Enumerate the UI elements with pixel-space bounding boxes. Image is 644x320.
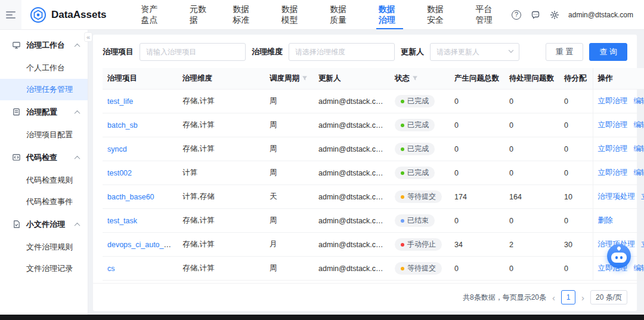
nav-item-2[interactable]: 数据标准 [219, 0, 268, 29]
updater-placeholder: 请选择更新人 [436, 47, 479, 57]
unassigned-cell: 0 [559, 90, 593, 113]
action-link[interactable]: 编辑 [634, 144, 644, 153]
action-link[interactable]: 编辑 [634, 264, 644, 272]
unassigned-cell: 0 [559, 137, 593, 161]
table-row: batch_sb存储,计算周admin@dtstack.com已完成000立即治… [103, 113, 644, 137]
sidebar-group-label: 治理工作台 [26, 40, 65, 51]
app-window: DataAssets 资产盘点元数据数据标准数据模型数据质量数据治理数据安全平台… [0, 0, 644, 320]
status-badge: 已完成 [395, 167, 435, 179]
total-issues-cell: 0 [450, 137, 504, 161]
project-link[interactable]: bacth_base60 [107, 193, 154, 201]
cycle-cell: 周 [265, 209, 314, 233]
updater-filter-label: 更新人 [401, 47, 424, 57]
sidebar-group-label: 代码检查 [26, 152, 57, 163]
action-link[interactable]: 立即治理 [598, 121, 628, 129]
sidebar-group[interactable]: 治理配置 [0, 100, 88, 124]
nav-item-3[interactable]: 数据模型 [268, 0, 317, 29]
total-issues-cell: 0 [450, 257, 504, 281]
updater-cell: admin@dtstack.com [314, 233, 390, 257]
main-content: 治理项目 治理维度 请选择治理维度 更新人 请选择更新人 重 置 查 询 [88, 30, 644, 315]
status-badge: 已完成 [395, 95, 435, 107]
column-header: 更新人 [314, 68, 390, 90]
sidebar-group[interactable]: 代码检查 [0, 146, 88, 170]
brand-logo-icon [30, 7, 47, 23]
sidebar-item[interactable]: 个人工作台 [0, 57, 88, 79]
project-link[interactable]: syncd [107, 145, 127, 153]
action-link[interactable]: 删除 [598, 216, 613, 224]
unassigned-cell: 0 [559, 209, 593, 233]
filter-bar: 治理项目 治理维度 请选择治理维度 更新人 请选择更新人 重 置 查 询 [93, 35, 637, 68]
prev-page-button[interactable]: ‹ [552, 293, 555, 302]
table-row: cs存储,计算周admin@dtstack.com等待提交000立即治理编辑删除 [103, 257, 644, 281]
table-container: 治理项目治理维度调度周期更新人状态产生问题总数待处理问题数待分配操作 test_… [93, 68, 637, 283]
user-email[interactable]: admin@dtstack.com [568, 11, 633, 19]
dimension-filter-select[interactable]: 请选择治理维度 [289, 43, 395, 61]
sidebar-group[interactable]: 小文件治理 [0, 213, 88, 236]
nav-item-1[interactable]: 元数据 [177, 0, 219, 29]
project-link[interactable]: test_life [107, 97, 133, 106]
updater-cell: admin@dtstack.com [314, 185, 390, 209]
project-link[interactable]: devops_ci_auto_test [107, 241, 176, 249]
project-link[interactable]: test_task [107, 217, 137, 225]
column-header[interactable]: 调度周期 [265, 68, 314, 90]
updater-filter-select[interactable]: 请选择更新人 [430, 43, 519, 61]
assistant-robot-icon [607, 244, 631, 268]
chevron-up-icon [75, 155, 80, 161]
search-button[interactable]: 查 询 [589, 43, 627, 61]
page-number-button[interactable]: 1 [561, 290, 575, 304]
chevron-up-icon [75, 110, 80, 116]
unassigned-cell: 0 [559, 257, 593, 281]
action-link[interactable]: 立即治理 [598, 97, 628, 105]
dimension-cell: 存储,计算 [178, 209, 265, 233]
page-size-select[interactable]: 20 条/页 [590, 290, 627, 304]
filter-funnel-icon[interactable] [412, 75, 418, 81]
next-page-button[interactable]: › [581, 293, 584, 302]
pagination-summary: 共8条数据，每页显示20条 [463, 293, 546, 303]
action-link[interactable]: 立即治理 [598, 168, 628, 177]
pending-issues-cell: 164 [504, 185, 559, 209]
sidebar-item[interactable]: 治理任务管理 [0, 79, 88, 100]
help-icon[interactable]: ? [511, 10, 522, 20]
sidebar-group[interactable]: 治理工作台 [0, 33, 88, 57]
project-link[interactable]: batch_sb [107, 121, 138, 130]
filter-funnel-icon[interactable] [302, 75, 308, 81]
gear-icon[interactable] [549, 10, 560, 20]
pagination: 共8条数据，每页显示20条 ‹ 1 › 20 条/页 [93, 283, 637, 311]
sidebar-item[interactable]: 文件治理记录 [0, 258, 88, 279]
pending-issues-cell: 2 [504, 233, 559, 257]
sidebar-toggle-button[interactable] [0, 0, 21, 29]
top-bar: DataAssets 资产盘点元数据数据标准数据模型数据质量数据治理数据安全平台… [0, 0, 644, 30]
nav-item-6[interactable]: 数据安全 [414, 0, 462, 29]
reset-button[interactable]: 重 置 [546, 43, 584, 61]
assistant-mascot[interactable] [607, 244, 631, 268]
action-link[interactable]: 立即治理 [598, 144, 628, 153]
project-link[interactable]: test002 [107, 169, 132, 177]
column-header[interactable]: 状态 [390, 68, 450, 90]
governance-table: 治理项目治理维度调度周期更新人状态产生问题总数待处理问题数待分配操作 test_… [103, 68, 644, 281]
sidebar-item[interactable]: 代码检查事件 [0, 191, 88, 213]
topbar-right: ? admin@dtstack.com [511, 0, 644, 29]
sidebar-item[interactable]: 治理项目配置 [0, 124, 88, 146]
action-link[interactable]: 立即治理 [641, 240, 644, 248]
unassigned-cell: 10 [559, 185, 593, 209]
action-link[interactable]: 治理项处理 [598, 192, 636, 201]
action-link[interactable]: 编辑 [634, 121, 644, 129]
nav-item-7[interactable]: 平台管理 [463, 0, 511, 29]
project-filter-input[interactable] [140, 43, 246, 61]
action-link[interactable]: 编辑 [634, 168, 644, 177]
nav-item-5[interactable]: 数据治理 [366, 0, 414, 29]
updater-cell: admin@dtstack.com [314, 90, 390, 113]
cycle-cell: 天 [265, 185, 314, 209]
project-link[interactable]: cs [107, 264, 115, 273]
action-link[interactable]: 立即治理 [641, 192, 644, 201]
sidebar-item[interactable]: 文件治理规则 [0, 236, 88, 258]
content-card: 治理项目 治理维度 请选择治理维度 更新人 请选择更新人 重 置 查 询 [93, 35, 637, 311]
sidebar-item[interactable]: 代码检查规则 [0, 170, 88, 191]
nav-item-4[interactable]: 数据质量 [317, 0, 365, 29]
nav-item-0[interactable]: 资产盘点 [128, 0, 177, 29]
status-badge: 手动停止 [395, 238, 442, 251]
message-icon[interactable] [530, 10, 541, 20]
action-link[interactable]: 编辑 [634, 97, 644, 105]
sidebar-collapse-button[interactable]: « [84, 32, 92, 42]
cycle-cell: 周 [265, 137, 314, 161]
